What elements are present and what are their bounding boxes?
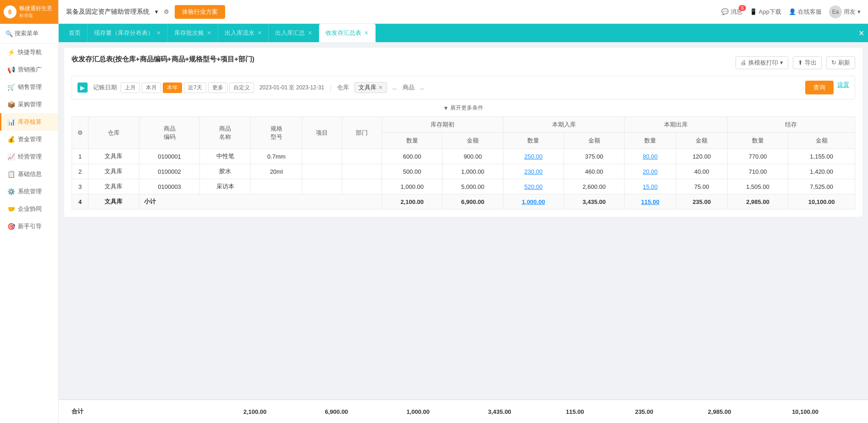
tab-recv-send-summary[interactable]: 收发存汇总表 ✕ — [319, 24, 376, 42]
subtotal-in-amt: 3,435.00 — [564, 194, 625, 209]
system-name: 装备及固定资产辅助管理系统 — [66, 8, 149, 16]
row2-no: 2 — [72, 164, 88, 179]
row2-goods-spec: 20ml — [251, 164, 302, 179]
date-filter-label: 记账日期 — [93, 83, 117, 92]
tab-bar: 首页 现存量（库存分布表） ✕ 库存批次账 ✕ 出入库流水 ✕ 出入库汇总 ✕ … — [59, 24, 868, 42]
row3-closing-amt: 7,525.00 — [788, 179, 855, 194]
sidebar-item-system[interactable]: ⚙️ 系统管理 — [0, 183, 58, 200]
date-btn-this-year[interactable]: 本年 — [163, 82, 182, 93]
th-goods-code: 商品编码 — [139, 117, 199, 149]
subtotal-out-qty[interactable]: 115.00 — [625, 194, 676, 209]
purchase-icon: 📦 — [7, 101, 15, 108]
table-row: 1 文具库 0100001 中性笔 0.7mm 600.00 900.00 25… — [72, 149, 855, 164]
tab-close-stock-dist[interactable]: ✕ — [156, 30, 161, 36]
guide-icon: 🎯 — [7, 223, 15, 230]
row1-dept — [342, 149, 382, 164]
date-btn-7days[interactable]: 近7天 — [184, 82, 206, 93]
row2-in-qty[interactable]: 230.00 — [503, 164, 564, 179]
tab-stock-dist[interactable]: 现存量（库存分布表） ✕ — [88, 24, 168, 42]
system-icon: ⚙️ — [7, 188, 15, 195]
warehouse-tag-close[interactable]: ✕ — [378, 84, 383, 91]
bottom-bar: 合计 2,100.00 6,900.00 1,000.00 3,435.00 1… — [59, 399, 868, 423]
template-print-button[interactable]: 🖨 换模板打印 ▾ — [735, 56, 788, 69]
th-closing-qty: 数量 — [727, 133, 788, 149]
message-icon: 💬 — [721, 8, 729, 15]
export-button[interactable]: ⬆ 导出 — [793, 56, 822, 69]
chevron-down-icon: ▾ — [155, 8, 158, 15]
message-action[interactable]: 💬 消息 6 — [721, 8, 742, 16]
search-menu-button[interactable]: 🔍 搜索菜单 — [4, 27, 55, 39]
row1-goods-code: 0100001 — [139, 149, 199, 164]
sidebar-item-collab[interactable]: 🤝 企业协同 — [0, 200, 58, 218]
message-badge: 6 — [739, 5, 746, 11]
total-opening-amt: 6,900.00 — [296, 406, 377, 418]
expand-more-button[interactable]: ▼ 展开更多条件 — [443, 104, 484, 112]
tab-close-in-out-summary[interactable]: ✕ — [308, 30, 312, 36]
tab-batch-ledger[interactable]: 库存批次账 ✕ — [168, 24, 218, 42]
row3-opening-qty: 1,000.00 — [382, 179, 442, 194]
row3-goods-name: 采访本 — [200, 179, 251, 194]
date-btn-custom[interactable]: 自定义 — [229, 82, 254, 93]
date-buttons: 上月 本月 本年 近7天 更多 自定义 — [121, 82, 254, 93]
table-container: ⚙ 仓库 商品编码 商品名称 规格型号 项目 部门 库存期初 本期入库 本期出库… — [72, 116, 855, 209]
filter-toggle-button[interactable]: ▶ — [77, 82, 88, 93]
sidebar-item-purchase[interactable]: 📦 采购管理 — [0, 96, 58, 113]
user-action[interactable]: Ea 用友 ▾ — [829, 5, 861, 18]
row3-in-qty[interactable]: 520.00 — [503, 179, 564, 194]
sidebar-item-basic[interactable]: 📋 基础信息 — [0, 165, 58, 183]
sidebar-item-marketing[interactable]: 📢 营销推广 — [0, 61, 58, 78]
row2-project — [302, 164, 342, 179]
th-in-amt: 金额 — [564, 133, 625, 149]
subtotal-opening-amt: 6,900.00 — [442, 194, 503, 209]
date-btn-this-month[interactable]: 本月 — [142, 82, 161, 93]
row1-no: 1 — [72, 149, 88, 164]
tab-bar-close-button[interactable]: ✕ — [858, 29, 864, 38]
th-settings[interactable]: ⚙ — [72, 117, 88, 149]
online-service-action[interactable]: 👤 在线客服 — [789, 8, 822, 16]
quick-nav-icon: ⚡ — [7, 49, 15, 56]
row3-out-qty[interactable]: 15.00 — [625, 179, 676, 194]
refresh-button[interactable]: ↻ 刷新 — [826, 56, 855, 69]
row2-out-qty[interactable]: 20.00 — [625, 164, 676, 179]
row3-opening-amt: 5,000.00 — [442, 179, 503, 194]
subtotal-in-qty[interactable]: 1,000.00 — [503, 194, 564, 209]
row3-in-amt: 2,600.00 — [564, 179, 625, 194]
basic-icon: 📋 — [7, 170, 15, 178]
th-project: 项目 — [302, 117, 342, 149]
row3-out-amt: 75.00 — [676, 179, 727, 194]
tab-home[interactable]: 首页 — [62, 24, 88, 42]
sidebar-item-quick-nav[interactable]: ⚡ 快捷导航 — [0, 44, 58, 61]
date-btn-more[interactable]: 更多 — [208, 82, 227, 93]
goods-more[interactable]: ... — [420, 84, 425, 91]
expand-row: ▼ 展开更多条件 — [72, 104, 855, 112]
warehouse-tag: 文具库 ✕ — [354, 82, 387, 93]
row1-out-qty[interactable]: 80.00 — [625, 149, 676, 164]
date-btn-last-month[interactable]: 上月 — [121, 82, 140, 93]
data-table: ⚙ 仓库 商品编码 商品名称 规格型号 项目 部门 库存期初 本期入库 本期出库… — [72, 116, 855, 209]
sidebar-item-finance[interactable]: 💰 资金管理 — [0, 131, 58, 148]
row1-in-qty[interactable]: 250.00 — [503, 149, 564, 164]
app-download-action[interactable]: 📱 App下载 — [750, 8, 781, 16]
query-button[interactable]: 查询 — [805, 81, 834, 94]
tab-close-in-out-flow[interactable]: ✕ — [257, 30, 262, 36]
settings-link[interactable]: 设置 — [837, 81, 849, 94]
row1-in-amt: 375.00 — [564, 149, 625, 164]
row2-warehouse: 文具库 — [88, 164, 139, 179]
settings-gear-icon[interactable]: ⚙ — [164, 8, 169, 15]
logo-icon: 6 — [4, 5, 17, 18]
warehouse-more[interactable]: ... — [393, 84, 397, 91]
tab-close-batch-ledger[interactable]: ✕ — [207, 30, 211, 36]
sidebar-item-operations[interactable]: 📈 经营管理 — [0, 148, 58, 165]
content-area: 收发存汇总表(按仓库+商品编码+商品+规格型号+项目+部门) 🖨 换模板打印 ▾… — [59, 42, 868, 399]
trial-button[interactable]: 体验行业方案 — [175, 5, 225, 19]
tab-in-out-summary[interactable]: 出入库汇总 ✕ — [269, 24, 319, 42]
tab-in-out-flow[interactable]: 出入库流水 ✕ — [218, 24, 269, 42]
row3-closing-qty: 1,505.00 — [727, 179, 788, 194]
subtotal-no: 4 — [72, 194, 88, 209]
th-in-qty: 数量 — [503, 133, 564, 149]
tab-close-recv-send-summary[interactable]: ✕ — [364, 30, 369, 36]
sidebar-item-guide[interactable]: 🎯 新手引导 — [0, 218, 58, 235]
system-selector[interactable]: ▾ — [155, 8, 158, 15]
sidebar-item-inventory[interactable]: 📊 库存核算 — [0, 113, 58, 131]
sidebar-item-sales[interactable]: 🛒 销售管理 — [0, 78, 58, 96]
